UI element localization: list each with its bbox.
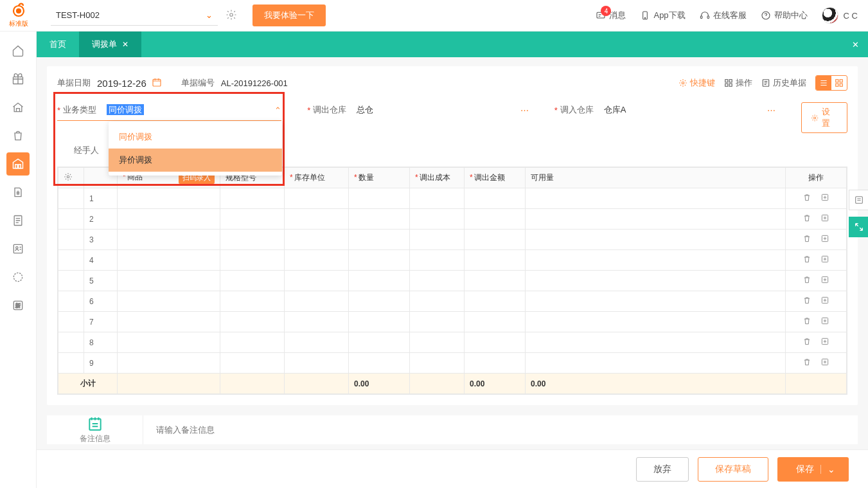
table-row[interactable]: 6 xyxy=(58,291,847,312)
delete-row-icon[interactable] xyxy=(802,357,811,368)
col-available: 可用量 xyxy=(526,168,786,188)
history-button[interactable]: 历史单据 xyxy=(761,77,806,89)
add-row-icon[interactable] xyxy=(820,337,829,348)
svg-point-14 xyxy=(16,247,18,249)
service-label: 在线客服 xyxy=(713,10,747,21)
items-table: *商品扫码录入 规格型号 *库存单位 *数量 *调出成本 *调出金额 可用量 操… xyxy=(57,167,847,395)
side-handle-1[interactable] xyxy=(849,190,868,210)
close-icon[interactable]: ✕ xyxy=(122,40,128,49)
save-button[interactable]: 保存 ⌄ xyxy=(777,457,849,482)
save-draft-button[interactable]: 保存草稿 xyxy=(698,457,768,482)
dropdown-option-same[interactable]: 同价调拨 xyxy=(109,125,282,149)
table-row[interactable]: 8 xyxy=(58,332,847,353)
add-row-icon[interactable] xyxy=(820,213,829,224)
handler-field[interactable]: 经手人 xyxy=(57,145,99,156)
dropdown-option-diff[interactable]: 异价调拨 xyxy=(109,149,282,172)
svg-rect-11 xyxy=(19,165,21,168)
nav-sync-icon[interactable] xyxy=(6,266,30,289)
download-label: App下载 xyxy=(653,10,685,21)
discard-button[interactable]: 放弃 xyxy=(636,457,689,482)
list-view-icon[interactable] xyxy=(816,76,831,90)
svg-rect-27 xyxy=(836,84,838,86)
table-row[interactable]: 2 xyxy=(58,209,847,230)
date-label: 单据日期 xyxy=(57,77,91,89)
nav-warehouse-icon[interactable] xyxy=(6,152,30,176)
nav-purchase-icon[interactable] xyxy=(6,96,30,119)
delete-row-icon[interactable] xyxy=(802,296,811,307)
more-icon[interactable]: ⋯ xyxy=(767,105,775,115)
svg-rect-20 xyxy=(725,80,728,82)
out-warehouse-field[interactable]: * 调出仓库 总仓 ⋯ xyxy=(307,102,528,118)
remarks-panel: 备注信息 xyxy=(47,415,858,444)
nav-gift-icon[interactable] xyxy=(6,68,30,91)
footer-bar: 放弃 保存草稿 保存 ⌄ xyxy=(37,449,868,488)
nav-contact-icon[interactable] xyxy=(6,237,30,260)
doc-header: 单据日期 2019-12-26 单据编号 AL-20191226-001 快捷键 xyxy=(47,66,858,95)
col-out-cost: *调出成本 xyxy=(410,168,465,188)
delete-row-icon[interactable] xyxy=(802,193,811,204)
delete-row-icon[interactable] xyxy=(802,337,811,348)
gear-icon[interactable] xyxy=(226,9,237,23)
delete-row-icon[interactable] xyxy=(802,213,811,224)
add-row-icon[interactable] xyxy=(820,316,829,327)
col-settings-icon[interactable] xyxy=(58,168,84,188)
operate-button[interactable]: 操作 xyxy=(724,77,752,89)
add-row-icon[interactable] xyxy=(820,193,829,204)
biztype-field[interactable]: * 业务类型 同价调拨 ⌃ 同价调拨 异价调拨 xyxy=(57,102,281,121)
app-download-button[interactable]: App下载 xyxy=(640,10,685,21)
remarks-input[interactable] xyxy=(143,425,858,435)
calendar-icon[interactable] xyxy=(152,77,162,89)
in-warehouse-field[interactable]: * 调入仓库 仓库A ⋯ xyxy=(554,102,775,118)
svg-point-29 xyxy=(814,116,816,118)
svg-point-2 xyxy=(230,13,233,16)
shortcut-button[interactable]: 快捷键 xyxy=(678,77,715,89)
table-row[interactable]: 7 xyxy=(58,312,847,332)
add-row-icon[interactable] xyxy=(820,357,829,368)
nav-new-icon[interactable]: 新 xyxy=(6,294,30,317)
add-row-icon[interactable] xyxy=(820,296,829,307)
table-row[interactable]: 1 xyxy=(58,188,847,209)
svg-point-30 xyxy=(67,176,69,178)
service-button[interactable]: 在线客服 xyxy=(700,10,747,21)
user-menu[interactable]: C C xyxy=(822,7,858,24)
add-row-icon[interactable] xyxy=(820,255,829,266)
biztype-value: 同价调拨 xyxy=(107,104,144,115)
delete-row-icon[interactable] xyxy=(802,316,811,327)
add-row-icon[interactable] xyxy=(820,275,829,286)
svg-rect-18 xyxy=(153,79,161,86)
add-row-icon[interactable] xyxy=(820,234,829,245)
chevron-down-icon: ⌄ xyxy=(206,10,213,20)
tab-bar: 首页 调拨单 ✕ ✕ xyxy=(37,32,868,57)
store-name: TEST-H002 xyxy=(56,10,206,20)
tabbar-close-icon[interactable]: ✕ xyxy=(842,32,868,57)
nav-sales-icon[interactable] xyxy=(6,124,30,147)
side-handle-expand-icon[interactable] xyxy=(849,217,868,237)
table-row[interactable]: 5 xyxy=(58,271,847,291)
nav-report-icon[interactable] xyxy=(6,209,30,232)
docno-value: AL-20191226-001 xyxy=(221,78,288,88)
svg-rect-40 xyxy=(89,419,100,429)
table-row[interactable]: 4 xyxy=(58,250,847,271)
svg-rect-10 xyxy=(15,165,17,168)
store-selector[interactable]: TEST-H002 ⌄ xyxy=(51,5,218,26)
delete-row-icon[interactable] xyxy=(802,234,811,245)
table-row[interactable]: 3 xyxy=(58,230,847,250)
avatar-icon xyxy=(822,7,838,24)
delete-row-icon[interactable] xyxy=(802,255,811,266)
delete-row-icon[interactable] xyxy=(802,275,811,286)
col-qty: *数量 xyxy=(349,168,410,188)
tab-home[interactable]: 首页 xyxy=(37,32,79,57)
nav-home-icon[interactable] xyxy=(6,39,30,62)
messages-button[interactable]: 4 消息 xyxy=(596,10,626,21)
setup-button[interactable]: 设置 xyxy=(801,102,847,133)
left-nav: 新 xyxy=(0,32,37,488)
grid-view-icon[interactable] xyxy=(831,76,847,90)
table-row[interactable]: 9 xyxy=(58,353,847,374)
trial-button[interactable]: 我要体验一下 xyxy=(252,5,326,26)
nav-finance-icon[interactable] xyxy=(6,181,30,204)
more-icon[interactable]: ⋯ xyxy=(520,105,529,115)
svg-rect-23 xyxy=(729,84,732,86)
tab-transfer-order[interactable]: 调拨单 ✕ xyxy=(79,32,141,57)
notes-icon xyxy=(87,415,103,432)
help-button[interactable]: 帮助中心 xyxy=(761,10,808,21)
